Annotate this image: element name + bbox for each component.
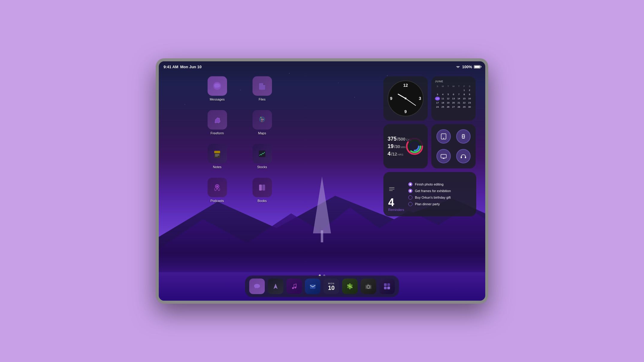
cal-hdr-f: F bbox=[462, 85, 467, 88]
reminder-circle-2 bbox=[408, 189, 412, 193]
app-maps[interactable]: Maps bbox=[249, 110, 276, 135]
cal-day-14[interactable]: 14 bbox=[456, 97, 461, 101]
messages-label: Messages bbox=[210, 98, 225, 101]
control-tv[interactable] bbox=[436, 149, 451, 163]
svg-rect-34 bbox=[461, 156, 462, 158]
control-ipad[interactable] bbox=[436, 129, 451, 144]
dock-games[interactable] bbox=[379, 279, 395, 294]
cal-day-10[interactable]: 10 bbox=[435, 97, 440, 101]
dock-music[interactable] bbox=[286, 279, 302, 294]
podcasts-icon bbox=[212, 182, 223, 193]
cal-day-28[interactable]: 28 bbox=[456, 105, 461, 109]
cal-day-17[interactable]: 17 bbox=[435, 101, 440, 105]
widgets-row-1: 12 3 9 9 JUNE S M T bbox=[383, 76, 476, 121]
maps-icon bbox=[257, 115, 267, 125]
status-bar: 9:41 AM Mon Jun 10 100% bbox=[159, 61, 485, 72]
cal-day-5[interactable]: 5 bbox=[446, 92, 451, 96]
cal-hdr-s1: S bbox=[435, 85, 440, 88]
cal-day-24[interactable]: 24 bbox=[435, 105, 440, 109]
dock-messages-icon bbox=[253, 282, 261, 290]
dock-camera[interactable] bbox=[361, 279, 376, 294]
widget-activity[interactable]: 375 /500 CAL 19 /30 MIN 4 /12 HRS bbox=[383, 124, 428, 168]
svg-rect-54 bbox=[384, 283, 387, 286]
cal-day-8[interactable]: 8 bbox=[462, 92, 467, 96]
cal-day-13[interactable]: 13 bbox=[451, 97, 456, 101]
app-notes[interactable]: Notes bbox=[204, 144, 231, 169]
svg-point-39 bbox=[254, 284, 260, 288]
cal-day-25[interactable]: 25 bbox=[440, 105, 445, 109]
widget-clock[interactable]: 12 3 9 9 bbox=[383, 76, 428, 121]
control-headphones[interactable] bbox=[456, 149, 471, 163]
cal-day-2[interactable]: 2 bbox=[467, 88, 472, 92]
dock: MON 10 bbox=[245, 276, 399, 297]
cal-day-27[interactable]: 27 bbox=[451, 105, 456, 109]
battery-percentage: 100% bbox=[462, 65, 472, 69]
cal-day-12[interactable]: 12 bbox=[446, 97, 451, 101]
svg-rect-31 bbox=[441, 154, 446, 158]
reminders-label: Reminders bbox=[388, 208, 404, 212]
stocks-icon bbox=[257, 148, 267, 159]
dock-games-icon bbox=[383, 282, 391, 290]
reminder-circle-1 bbox=[408, 182, 412, 186]
control-watch[interactable] bbox=[456, 129, 471, 144]
app-files[interactable]: Files bbox=[249, 76, 276, 101]
widget-reminders[interactable]: 4 Reminders Finish photo editing Get fra… bbox=[383, 172, 476, 216]
reminder-item-2[interactable]: Get frames for exhibition bbox=[408, 189, 471, 193]
widget-calendar[interactable]: JUNE S M T W T F S bbox=[431, 76, 476, 121]
podcasts-label: Podcasts bbox=[210, 199, 224, 203]
cal-value: 375 bbox=[388, 136, 397, 142]
dock-flower[interactable] bbox=[342, 279, 358, 294]
cal-day-9[interactable]: 9 bbox=[467, 92, 472, 96]
cal-day-22[interactable]: 22 bbox=[462, 101, 467, 105]
cal-day-15[interactable]: 15 bbox=[462, 97, 467, 101]
app-freeform[interactable]: Freeform bbox=[204, 110, 231, 135]
cal-day-30[interactable]: 30 bbox=[467, 105, 472, 109]
app-podcasts[interactable]: Podcasts bbox=[204, 178, 231, 203]
hrs-value: 4 bbox=[388, 151, 391, 157]
cal-day-7[interactable]: 7 bbox=[456, 92, 461, 96]
cal-day-18[interactable]: 18 bbox=[440, 101, 445, 105]
cal-day-6[interactable]: 6 bbox=[451, 92, 456, 96]
svg-rect-14 bbox=[259, 185, 262, 191]
dock-mail[interactable] bbox=[305, 279, 321, 294]
reminder-item-4[interactable]: Plan dinner party bbox=[408, 202, 471, 206]
cal-day-20[interactable]: 20 bbox=[451, 101, 456, 105]
reminder-item-1[interactable]: Finish photo editing bbox=[408, 182, 471, 186]
cal-day-16[interactable]: 16 bbox=[467, 97, 472, 101]
cal-day-4[interactable]: 4 bbox=[440, 92, 445, 96]
reminder-text-4: Plan dinner party bbox=[415, 202, 440, 206]
svg-rect-57 bbox=[387, 287, 390, 289]
dock-calendar[interactable]: MON 10 bbox=[323, 279, 339, 294]
dock-vectornator[interactable] bbox=[268, 279, 283, 294]
cal-day-23[interactable]: 23 bbox=[467, 101, 472, 105]
widgets-row-2: 375 /500 CAL 19 /30 MIN 4 /12 HRS bbox=[383, 124, 476, 168]
svg-point-52 bbox=[368, 286, 369, 288]
svg-rect-42 bbox=[310, 285, 315, 289]
app-books[interactable]: Books bbox=[249, 178, 276, 203]
dock-messages[interactable] bbox=[249, 279, 265, 294]
widgets-area: 12 3 9 9 JUNE S M T bbox=[383, 76, 476, 216]
cal-day-21[interactable]: 21 bbox=[456, 101, 461, 105]
svg-point-30 bbox=[463, 136, 464, 137]
date-display: Mon Jun 10 bbox=[180, 65, 202, 69]
dock-camera-icon bbox=[364, 282, 373, 290]
app-messages[interactable]: Messages bbox=[204, 76, 231, 101]
maps-label: Maps bbox=[258, 131, 266, 135]
cal-day-29[interactable]: 29 bbox=[462, 105, 467, 109]
cal-day-3[interactable]: 3 bbox=[435, 92, 440, 96]
cal-day-11[interactable]: 11 bbox=[440, 97, 445, 101]
svg-rect-38 bbox=[389, 190, 393, 191]
reminder-text-3: Buy Orkun's birthday gift bbox=[415, 196, 451, 199]
cal-day-26[interactable]: 26 bbox=[446, 105, 451, 109]
files-label: Files bbox=[258, 98, 265, 101]
activity-ring-svg bbox=[406, 137, 424, 155]
clock-face: 12 3 9 9 bbox=[388, 80, 424, 116]
cal-day-19[interactable]: 19 bbox=[446, 101, 451, 105]
ipad-control-icon bbox=[440, 133, 447, 140]
svg-rect-55 bbox=[387, 283, 390, 286]
cal-day-1[interactable]: 1 bbox=[462, 88, 467, 92]
reminder-item-3[interactable]: Buy Orkun's birthday gift bbox=[408, 195, 471, 200]
app-stocks[interactable]: Stocks bbox=[249, 144, 276, 169]
widget-controls[interactable] bbox=[431, 124, 476, 168]
apps-grid: Messages Files Freefo bbox=[204, 76, 276, 203]
